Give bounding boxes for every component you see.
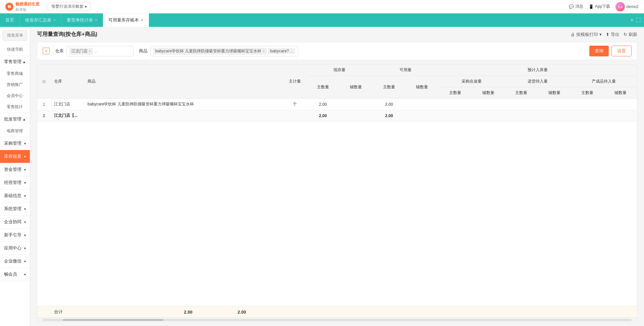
nav-tabs: 首页 收发存汇总表 × 要货单统计表 × 可用量库存账本 × × ⛶: [0, 13, 644, 27]
content-area: 可用量查询(按仓库+商品) 🖨 按模板打印 ▾ ⬆ 导出 ↻ 刷新 »: [30, 27, 644, 326]
sidebar-finance-header[interactable]: 资金管理 ▾: [0, 163, 30, 176]
close-receipt-tab-icon[interactable]: ×: [53, 18, 56, 22]
tab-order-stats[interactable]: 要货单统计表 ×: [61, 13, 103, 27]
print-icon: 🖨: [571, 32, 575, 37]
sidebar-purchase-header[interactable]: 采购管理 ▾: [0, 137, 30, 150]
logo-icon: 畅: [5, 3, 13, 11]
export-label: 导出: [611, 32, 620, 38]
sidebar-enterprise-header[interactable]: 企业协同 ▾: [0, 216, 30, 228]
chevron-enterprise-icon: ▾: [24, 220, 26, 224]
sidebar-item-ecommerce[interactable]: 电商管理: [0, 126, 30, 137]
chevron-guide-icon: ▾: [24, 233, 26, 237]
app-download-btn[interactable]: 📱 App下载: [589, 4, 610, 9]
sidebar-finance-label: 资金管理: [4, 167, 21, 173]
th-purchase-aux: 辅数量: [472, 87, 505, 99]
message-btn[interactable]: 💬 消息: [569, 4, 583, 9]
logo-area: 畅 畅捷通好生意 标准版: [5, 1, 40, 12]
scrollbar-thumb[interactable]: [63, 319, 163, 321]
settings-button[interactable]: 设置: [611, 46, 632, 56]
chevron-basic-icon: ▾: [24, 194, 26, 198]
user-info[interactable]: Ea demo2: [615, 2, 639, 11]
close-available-tab-icon[interactable]: ×: [141, 18, 143, 22]
sidebar-item-mall[interactable]: 零售商城: [0, 68, 30, 79]
warehouse-more-icon[interactable]: ...: [94, 49, 98, 53]
row-1-product-main: [571, 99, 604, 110]
main-layout: 搜索菜单 快捷导航 零售管理 ▲ 零售商城 营销推广 会员中心 零售统计 批发管…: [0, 27, 644, 326]
chevron-finance-icon: ▾: [24, 168, 26, 172]
th-avail-main: 主数量: [373, 76, 406, 99]
row-2-stock-aux: [339, 110, 373, 122]
expand-window-icon[interactable]: ⛶: [636, 17, 641, 23]
product-filter-input[interactable]: babycare学饮杯 儿童防摔防撞吸管杯重力球吸嘴杯宝宝水杯 × babyca…: [150, 46, 298, 56]
product-tag2-close-icon[interactable]: ...: [290, 49, 293, 53]
sidebar-ops-header[interactable]: 经营管理 ▾: [0, 176, 30, 189]
product-tag-babycare2: babycare? ...: [268, 48, 295, 54]
refresh-btn[interactable]: ↻ 刷新: [624, 32, 637, 38]
sidebar-section-system: 系统管理 ▾: [0, 202, 30, 216]
filter-expand-btn[interactable]: »: [43, 48, 50, 54]
th-product-group: 产成品待入量: [571, 76, 637, 87]
row-1-avail-main: 2.00: [373, 99, 406, 110]
column-settings-icon[interactable]: ⚙: [42, 79, 46, 84]
sidebar-section-purchase: 采购管理 ▾: [0, 137, 30, 150]
close-all-tabs-icon[interactable]: ×: [631, 17, 633, 23]
industry-selector[interactable]: 母婴行业演示账套 ▾: [48, 2, 91, 11]
table-area: ⚙ 仓库 商品 主计量 现存量 可用量 预计入库量 主数量 辅数量 主数量 辅数…: [37, 64, 637, 322]
tab-available-stock[interactable]: 可用量库存账本 ×: [103, 13, 149, 27]
top-bar: 畅 畅捷通好生意 标准版 母婴行业演示账套 ▾ 💬 消息 📱 App下载 Ea …: [0, 0, 644, 13]
footer-avail-main: 2.00: [228, 310, 255, 315]
app-download-label: App下载: [595, 4, 610, 9]
export-btn[interactable]: ⬆ 导出: [606, 32, 620, 38]
product-tag-close-icon[interactable]: ×: [263, 49, 265, 53]
warehouse-filter-input[interactable]: 江北门店 × ...: [66, 46, 133, 56]
horizontal-scrollbar[interactable]: [37, 318, 637, 322]
sidebar-basic-header[interactable]: 基础信息 ▾: [0, 189, 30, 202]
sidebar-item-marketing[interactable]: 营销推广: [0, 79, 30, 90]
app-name: 畅捷通好生意: [15, 1, 40, 7]
chevron-print-icon: ▾: [599, 32, 602, 37]
sidebar-section-inventory: 库存核算 ▾: [0, 150, 30, 163]
message-label: 消息: [575, 4, 583, 9]
row-2-product: [84, 110, 283, 122]
tab-available-stock-label: 可用量库存账本: [108, 17, 139, 23]
template-print-btn[interactable]: 🖨 按模板打印 ▾: [571, 32, 602, 38]
scrollbar-track: [43, 319, 632, 321]
close-order-tab-icon[interactable]: ×: [95, 18, 97, 22]
tab-receipt-summary[interactable]: 收发存汇总表 ×: [20, 13, 61, 27]
sidebar-apps-header[interactable]: 应用中心 ▾: [0, 242, 30, 254]
sidebar-changhui-header[interactable]: 畅会员 ▾: [0, 268, 30, 281]
sidebar-inventory-label: 库存核算: [4, 153, 21, 159]
sidebar-inventory-header[interactable]: 库存核算 ▾: [0, 150, 30, 163]
table-row: 1 江北门店 babycare学饮杯 儿童防摔防撞吸管杯重力球吸嘴杯宝宝水杯 个…: [37, 99, 637, 110]
sidebar-retail-header[interactable]: 零售管理 ▲: [0, 55, 30, 68]
sidebar-guide-header[interactable]: 新手引导 ▾: [0, 229, 30, 241]
warehouse-tag-close-icon[interactable]: ×: [89, 49, 91, 53]
chevron-wxwork-icon: ▾: [24, 260, 26, 263]
th-available-group: 可用量: [373, 64, 439, 76]
app-sub: 标准版: [15, 7, 40, 12]
avatar: Ea: [615, 2, 625, 11]
sidebar-apps-label: 应用中心: [4, 245, 21, 251]
sidebar-section-finance: 资金管理 ▾: [0, 163, 30, 176]
sidebar-item-member[interactable]: 会员中心: [0, 90, 30, 101]
sidebar-section-basic: 基础信息 ▾: [0, 189, 30, 202]
row-2-product-aux: [604, 110, 637, 122]
query-button[interactable]: 查询: [589, 46, 609, 56]
tab-order-stats-label: 要货单统计表: [67, 17, 93, 23]
quick-nav-btn[interactable]: 快捷导航: [0, 44, 30, 55]
sidebar-wholesale-header[interactable]: 批发管理 ▲: [0, 113, 30, 126]
row-1-avail-aux: [406, 99, 439, 110]
sidebar-purchase-label: 采购管理: [4, 140, 21, 146]
page-title: 可用量查询(按仓库+商品): [37, 31, 97, 38]
row-1-incoming-aux: [538, 99, 571, 110]
page-header: 可用量查询(按仓库+商品) 🖨 按模板打印 ▾ ⬆ 导出 ↻ 刷新: [30, 27, 644, 42]
sidebar-wxwork-header[interactable]: 企业微信 ▾: [0, 255, 30, 268]
row-1-purchase-aux: [472, 99, 505, 110]
search-menu-btn[interactable]: 搜索菜单: [3, 30, 27, 41]
tab-home[interactable]: 首页: [0, 13, 20, 27]
sidebar-enterprise-label: 企业协同: [4, 219, 21, 225]
chevron-system-icon: ▾: [24, 207, 26, 211]
sidebar-item-retail-stats[interactable]: 零售统计: [0, 101, 30, 112]
row-2-avail-aux: [406, 110, 439, 122]
sidebar-system-header[interactable]: 系统管理 ▾: [0, 202, 30, 215]
